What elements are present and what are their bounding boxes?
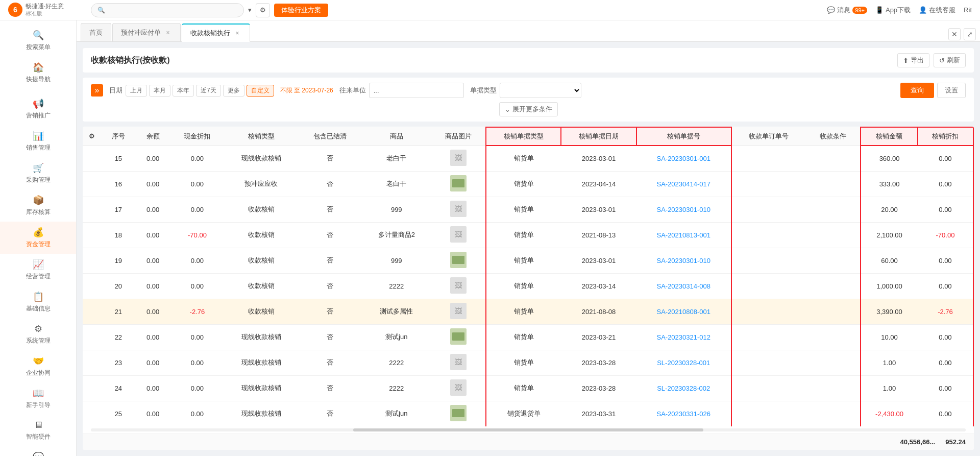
cell-bill-date: 2023-03-01 [561, 197, 636, 222]
bill-no-link[interactable]: SA-20230301-010 [656, 257, 710, 265]
date-btn-this-month[interactable]: 本月 [149, 85, 170, 97]
scroll-indicator[interactable] [91, 428, 966, 431]
industry-btn[interactable]: 体验行业方案 [274, 4, 328, 17]
cell-no: 15 [101, 146, 136, 171]
svg-text:🖼: 🖼 [455, 383, 462, 392]
cell-cash-discount: 0.00 [170, 350, 224, 375]
sidebar-item-purchase[interactable]: 🛒 采购管理 [0, 157, 76, 189]
from-unit-input[interactable] [369, 83, 464, 98]
cell-receipt-order-no [731, 350, 806, 375]
set-btn[interactable]: 设置 [937, 83, 966, 98]
sidebar-item-sales[interactable]: 📊 销售管理 [0, 125, 76, 157]
sidebar-item-inventory[interactable]: 📦 库存核算 [0, 189, 76, 222]
dropdown-arrow[interactable]: ▾ [248, 6, 252, 14]
tab-maximize-btn[interactable]: ⤢ [964, 28, 976, 40]
bill-type-select[interactable] [500, 83, 581, 98]
date-btn-more[interactable]: 更多 [223, 85, 244, 97]
table-header-row: ⚙ 序号 余额 现金折扣 核销类型 包含已结清 商品 商品图片 核销单据类型 核… [83, 127, 973, 146]
cell-bill-type: 销货单 [486, 146, 561, 171]
online-service-btn[interactable]: 👤 在线客服 [919, 6, 955, 15]
date-btn-this-year[interactable]: 本年 [173, 85, 194, 97]
cell-settings [83, 273, 101, 299]
tab-prepay[interactable]: 预付冲应付单 × [112, 23, 181, 41]
cell-writeoff-discount: 0.00 [918, 146, 973, 171]
sidebar-item-search[interactable]: 🔍 搜索菜单 [0, 25, 76, 57]
app-download-btn[interactable]: 📱 App下载 [875, 6, 911, 15]
cell-product: 测试jun [362, 401, 431, 426]
cell-bill-type: 销货单 [486, 299, 561, 324]
tab-receipt-writeoff-close[interactable]: × [233, 29, 241, 37]
bill-no-link[interactable]: SA-20210808-001 [656, 308, 710, 316]
sidebar-item-quick-nav[interactable]: 🏠 快捷导航 [0, 57, 76, 89]
sales-icon: 📊 [33, 130, 44, 141]
sidebar-item-smart-hw[interactable]: 🖥 智能硬件 [0, 415, 76, 446]
expand-conditions-btn[interactable]: ⌄ 展开更多条件 [499, 102, 558, 116]
bill-no-link[interactable]: SA-20210813-001 [656, 231, 710, 239]
tab-close-all-btn[interactable]: ✕ [948, 28, 961, 40]
sidebar-item-ops[interactable]: 📈 经营管理 [0, 254, 76, 286]
table-wrapper: ⚙ 序号 余额 现金折扣 核销类型 包含已结清 商品 商品图片 核销单据类型 核… [83, 127, 974, 450]
sidebar-item-system[interactable]: ⚙ 系统管理 [0, 318, 76, 350]
cell-writeoff-type: 收款核销 [224, 273, 298, 299]
cell-receipt-order-no [731, 248, 806, 273]
page-content: 收款核销执行(按收款) ⬆ 导出 ↺ 刷新 » [77, 42, 980, 456]
date-btn-last-month[interactable]: 上月 [126, 85, 147, 97]
cell-cash-discount: 0.00 [170, 375, 224, 401]
date-btn-custom[interactable]: 自定义 [247, 85, 274, 97]
bill-no-link[interactable]: SA-20230331-026 [656, 410, 710, 418]
sidebar-item-guide[interactable]: 📖 新手引导 [0, 382, 76, 415]
cell-writeoff-amount: -2,430.00 [861, 401, 918, 426]
cell-bill-no: SA-20230331-026 [636, 401, 731, 426]
sidebar-item-wechat[interactable]: 💬 企业微信 [0, 446, 76, 456]
sidebar-item-finance[interactable]: 💰 资金管理 [0, 222, 76, 254]
bill-no-link[interactable]: SA-20230321-012 [656, 333, 710, 341]
content-area: 首页 预付冲应付单 × 收款核销执行 × ✕ ⤢ 收款核销执行(按收款) [77, 20, 980, 456]
sidebar-item-base[interactable]: 📋 基础信息 [0, 286, 76, 318]
sidebar-item-marketing[interactable]: 📢 营销推广 [0, 93, 76, 125]
bill-no-link[interactable]: SA-20230301-010 [656, 206, 710, 213]
cell-receipt-condition [806, 248, 861, 273]
sidebar: 🔍 搜索菜单 🏠 快捷导航 📢 营销推广 📊 销售管理 🛒 采购管理 📦 库存核… [0, 20, 77, 456]
cell-product: 多计量商品2 [362, 222, 431, 248]
user-name[interactable]: Rit [964, 6, 972, 14]
sidebar-item-corp[interactable]: 🤝 企业协同 [0, 350, 76, 382]
bill-no-link[interactable]: SA-20230301-001 [656, 155, 710, 162]
cell-receipt-order-no [731, 146, 806, 171]
corp-icon: 🤝 [33, 355, 44, 367]
search-box[interactable]: 🔍 [91, 3, 244, 17]
cell-bill-date: 2021-08-13 [561, 222, 636, 248]
date-btn-7days[interactable]: 近7天 [196, 85, 221, 97]
cell-bill-type: 销货退货单 [486, 401, 561, 426]
bill-no-link[interactable]: SA-20230314-008 [656, 282, 710, 290]
refresh-btn[interactable]: ↺ 刷新 [934, 53, 966, 67]
cell-balance: 0.00 [136, 197, 170, 222]
export-btn[interactable]: ⬆ 导出 [897, 53, 929, 67]
cell-receipt-condition [806, 197, 861, 222]
filter-expand-left-btn[interactable]: » [91, 84, 103, 97]
cell-settings [83, 324, 101, 350]
cell-product: 2222 [362, 375, 431, 401]
table-row: 17 0.00 0.00 收款核销 否 999 🖼 销货单 2023-03-01… [83, 197, 973, 222]
cell-balance: 0.00 [136, 401, 170, 426]
bill-no-link[interactable]: SL-20230328-001 [657, 359, 710, 367]
inventory-icon: 📦 [33, 195, 44, 206]
notification-btn[interactable]: 💬 消息 99+ [827, 6, 867, 15]
tab-receipt-writeoff[interactable]: 收款核销执行 × [182, 23, 250, 42]
cell-writeoff-discount: -70.00 [918, 222, 973, 248]
cell-product-img: 🖼 [431, 146, 486, 171]
cell-bill-date: 2023-03-21 [561, 324, 636, 350]
tab-home[interactable]: 首页 [81, 23, 111, 41]
cell-bill-no: SA-20230301-010 [636, 197, 731, 222]
export-icon: ⬆ [903, 57, 909, 64]
tab-prepay-close[interactable]: × [164, 29, 172, 37]
table-scroll[interactable]: ⚙ 序号 余额 现金折扣 核销类型 包含已结清 商品 商品图片 核销单据类型 核… [83, 127, 974, 426]
col-settings[interactable]: ⚙ [83, 127, 101, 146]
ops-icon: 📈 [33, 259, 44, 270]
top-bar-center: 🔍 ▾ ⚙ 体验行业方案 [91, 3, 821, 17]
query-btn[interactable]: 查询 [900, 83, 934, 98]
bill-no-link[interactable]: SA-20230414-017 [656, 180, 710, 188]
cell-no: 23 [101, 350, 136, 375]
gear-button[interactable]: ⚙ [256, 3, 270, 17]
bill-no-link[interactable]: SL-20230328-002 [657, 385, 710, 392]
cell-bill-date: 2023-03-28 [561, 350, 636, 375]
